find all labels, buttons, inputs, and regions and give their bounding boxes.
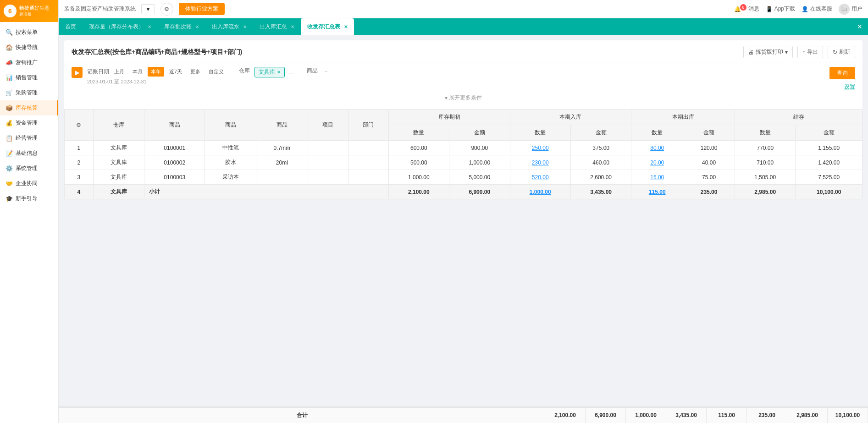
tab-recv-send-summary-close[interactable]: ✕: [344, 24, 348, 29]
system-dropdown[interactable]: ▼: [141, 4, 155, 14]
sidebar-item-label: 库存核算: [16, 104, 38, 112]
filter-date-section: 记账日期 上月 本月 本年 近7天 更多 自定义 2023-01-01 至 20…: [87, 67, 227, 85]
filter-warehouse-tag-close[interactable]: ✕: [277, 70, 281, 75]
th-balance: 结存: [735, 110, 862, 125]
tabbar-close-all[interactable]: ✕: [851, 23, 868, 30]
filter-date-this-month[interactable]: 本月: [129, 67, 146, 77]
tab-inout-flow-label: 出入库流水: [212, 23, 239, 31]
filter-date-this-year[interactable]: 本年: [148, 67, 164, 77]
filter-date-custom[interactable]: 自定义: [205, 67, 227, 77]
cell-end-amt: 1,420.00: [796, 155, 862, 170]
app-label: App下载: [774, 5, 795, 13]
sidebar-item-search[interactable]: 🔍 搜索菜单: [0, 25, 58, 40]
th-in-qty: 数量: [510, 125, 570, 141]
sidebar-item-sales[interactable]: 📊 销售管理: [0, 70, 58, 85]
th-settings[interactable]: ⚙: [65, 110, 94, 141]
finance-icon: 💰: [6, 120, 13, 127]
cell-in-qty-link[interactable]: 250.00: [510, 141, 570, 155]
settings-link[interactable]: 设置: [844, 83, 855, 91]
cell-in-amt: 460.00: [570, 155, 631, 170]
table-settings-icon[interactable]: ⚙: [76, 122, 81, 128]
tab-inventory-dist[interactable]: 现存量（库存分布表） ✕: [83, 18, 158, 35]
tab-inout-summary-close[interactable]: ✕: [291, 24, 294, 29]
subtotal-in-amt: 3,435.00: [570, 185, 631, 199]
filter-date-last-month[interactable]: 上月: [111, 67, 127, 77]
cell-project: [308, 141, 348, 155]
th-init-amt: 金额: [449, 125, 510, 141]
expand-conditions-button[interactable]: ▾ 展开更多条件: [445, 94, 482, 102]
tab-inventory-dist-close[interactable]: ✕: [148, 24, 151, 29]
subtotal-out-qty[interactable]: 115.00: [631, 185, 683, 199]
export-button[interactable]: ↑ 导出: [797, 46, 823, 58]
tab-inout-summary[interactable]: 出入库汇总 ✕: [253, 18, 301, 35]
filter-goods-more[interactable]: ...: [324, 67, 329, 73]
sidebar-item-enterprise[interactable]: 🤝 企业协同: [0, 176, 58, 191]
operations-icon: 📋: [6, 135, 13, 142]
sidebar-item-purchase[interactable]: 🛒 采购管理: [0, 85, 58, 100]
online-support[interactable]: 👤 在线客服: [802, 5, 832, 13]
footer-total-in-qty: 1,000.00: [626, 407, 666, 423]
sidebar-item-inventory[interactable]: 📦 库存核算: [0, 100, 58, 115]
filter-date-more[interactable]: 更多: [187, 67, 204, 77]
chevron-down-icon: ▾: [785, 49, 788, 55]
th-project: 项目: [308, 110, 348, 141]
footer-total-init-qty: 2,100.00: [545, 407, 586, 423]
tab-inout-flow[interactable]: 出入库流水 ✕: [205, 18, 253, 35]
sidebar-item-finance[interactable]: 💰 资金管理: [0, 115, 58, 131]
tab-recv-send-summary[interactable]: 收发存汇总表 ✕: [301, 18, 354, 35]
print-template-button[interactable]: 🖨 拣货版打印 ▾: [743, 46, 793, 58]
filter-warehouse-more[interactable]: ...: [287, 68, 295, 77]
main-area: 装备及固定资产辅助管理系统 ▼ ⚙ 体验行业方案 🔔 6 消息 📱 App下载 …: [59, 0, 868, 423]
refresh-button[interactable]: ↻ 刷新: [828, 46, 855, 58]
subtotal-in-qty[interactable]: 1,000.00: [510, 185, 570, 199]
cell-dept: [348, 155, 388, 170]
sidebar: 6 畅捷通好生意 标准版 🔍 搜索菜单 🏠 快捷导航 📣 营销推广 📊 销售管理…: [0, 0, 59, 423]
cell-out-amt: 120.00: [683, 141, 735, 155]
cell-out-qty-link[interactable]: 80.00: [631, 141, 683, 155]
tab-batch[interactable]: 库存批次账 ✕: [158, 18, 205, 35]
cell-end-qty: 770.00: [735, 141, 796, 155]
filter-expand-button[interactable]: ▶: [72, 67, 83, 78]
sidebar-item-quick-nav[interactable]: 🏠 快捷导航: [0, 40, 58, 55]
user-menu[interactable]: Ea 用户: [839, 4, 862, 15]
cell-out-qty-link[interactable]: 20.00: [631, 155, 683, 170]
settings-button[interactable]: ⚙: [160, 3, 173, 16]
refresh-label: 刷新: [839, 48, 850, 56]
sidebar-item-label: 营销推广: [16, 59, 38, 66]
notification-area[interactable]: 🔔 6 消息: [734, 5, 759, 13]
filter-date-7days[interactable]: 近7天: [166, 67, 185, 77]
cell-in-qty-link[interactable]: 230.00: [510, 155, 570, 170]
cell-seq: 1: [65, 141, 94, 155]
tab-batch-close[interactable]: ✕: [195, 24, 199, 29]
subtotal-seq: 4: [65, 185, 94, 199]
filter-goods-label: 商品: [307, 67, 318, 75]
th-end-qty: 数量: [735, 125, 796, 141]
tab-inout-flow-close[interactable]: ✕: [243, 24, 247, 29]
tab-home[interactable]: 首页: [59, 18, 83, 35]
chevron-down-icon: ▾: [445, 95, 448, 101]
sidebar-item-system[interactable]: ⚙️ 系统管理: [0, 161, 58, 176]
sidebar-item-newbie[interactable]: 🎓 新手引导: [0, 191, 58, 206]
query-button[interactable]: 查询: [829, 67, 855, 79]
cell-out-qty-link[interactable]: 15.00: [631, 170, 683, 185]
cell-dept: [348, 141, 388, 155]
cell-name: 中性笔: [205, 141, 256, 155]
system-icon: ⚙️: [6, 165, 13, 172]
sidebar-item-operations[interactable]: 📋 经营管理: [0, 131, 58, 146]
cell-end-qty: 1,505.00: [735, 170, 796, 185]
footer-total-end-amt: 10,100.00: [828, 407, 868, 423]
tab-recv-send-summary-label: 收发存汇总表: [307, 23, 340, 31]
filter-section: ▶ 记账日期 上月 本月 本年 近7天 更多 自定义 2023-01-01 至 …: [64, 62, 862, 109]
cell-warehouse: 文具库: [93, 170, 144, 185]
app-download[interactable]: 📱 App下载: [766, 5, 795, 13]
sidebar-item-marketing[interactable]: 📣 营销推广: [0, 55, 58, 70]
footer-total-row: 合计 2,100.00 6,900.00 1,000.00 3,435.00 1…: [59, 407, 868, 423]
sidebar-item-basic-info[interactable]: 📝 基础信息: [0, 146, 58, 161]
print-template-label: 拣货版打印: [756, 48, 783, 56]
table-subtotal-row: 4 文具库 小计 2,100.00 6,900.00 1,000.00 3,43…: [65, 185, 862, 199]
page-title: 收发存汇总表(按仓库+商品编码+商品+规格型号+项目+部门): [72, 48, 242, 56]
trial-button[interactable]: 体验行业方案: [179, 3, 225, 15]
cell-in-qty-link[interactable]: 520.00: [510, 170, 570, 185]
support-icon: 👤: [802, 6, 808, 12]
subtotal-init-amt: 6,900.00: [449, 185, 510, 199]
